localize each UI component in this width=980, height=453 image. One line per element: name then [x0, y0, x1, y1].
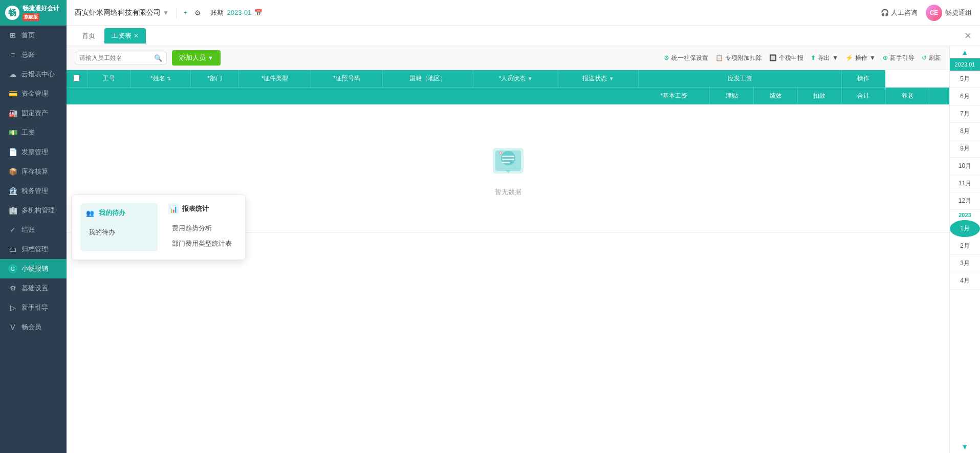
dropdown-popup: 👥 我的待办 我的待办 📊 报表统计 费用趋势分析 部门费用类型统计表	[72, 195, 246, 260]
todo-icon: 👥	[84, 207, 96, 219]
sidebar-item-close[interactable]: ✓ 结账	[0, 220, 67, 240]
sidebar-item-archive[interactable]: 🗃 归档管理	[0, 240, 67, 259]
month-8[interactable]: 8月	[950, 123, 980, 140]
tax-declare-btn[interactable]: 🔲 个税申报	[769, 54, 803, 62]
unified-social-btn[interactable]: ⚙ 统一社保设置	[664, 54, 708, 62]
sidebar-item-funds[interactable]: 💳 资金管理	[0, 84, 67, 103]
ledger-icon: ≡	[8, 51, 17, 59]
add-person-button[interactable]: 添加人员 ▼	[172, 50, 221, 66]
special-deduct-btn[interactable]: 📋 专项附加扣除	[715, 54, 762, 62]
year-2023-label: 2023	[950, 210, 980, 220]
company-name[interactable]: 西安虾米网络科技有限公司 ▼	[75, 8, 169, 17]
toolbar-actions: ⚙ 统一社保设置 📋 专项附加扣除 🔲 个税申报 ⬆ 导出 ▼	[664, 54, 941, 62]
sidebar-item-reports[interactable]: ☁ 云报表中心	[0, 64, 67, 84]
sidebar-item-label: 归档管理	[21, 245, 48, 254]
dropdown-arrow-icon: ▼	[208, 55, 213, 61]
company-dropdown-icon[interactable]: ▼	[163, 9, 169, 16]
status-filter-icon[interactable]: ▼	[528, 76, 533, 81]
sidebar-item-label: 首页	[21, 31, 35, 40]
th-emp-no: 工号	[87, 70, 131, 88]
sidebar-item-home[interactable]: ⊞ 首页	[0, 26, 67, 45]
headset-icon: 🎧	[881, 9, 889, 16]
tax-icon: 🏦	[8, 187, 17, 195]
th-deduct: 扣款	[797, 88, 841, 105]
tax-icon-tb: 🔲	[769, 54, 777, 61]
sidebar-item-ledger[interactable]: ≡ 总账	[0, 45, 67, 64]
app-logo: 畅 畅捷通好会计 旗舰版	[0, 0, 67, 26]
month-5[interactable]: 5月	[950, 71, 980, 88]
month-9[interactable]: 9月	[950, 140, 980, 158]
sidebar-item-tax[interactable]: 🏦 税务管理	[0, 181, 67, 201]
payroll-icon: 💵	[8, 128, 17, 137]
refresh-btn[interactable]: ↺ 刷新	[922, 54, 941, 62]
tab-close-icon[interactable]: ✕	[134, 32, 139, 39]
th-total: 合计	[841, 88, 885, 105]
select-all-checkbox[interactable]	[73, 75, 80, 81]
close-right-btn[interactable]: ✕	[964, 30, 972, 41]
sidebar-item-inventory[interactable]: 📦 库存核算	[0, 162, 67, 181]
operation-dropdown-icon: ▼	[869, 54, 876, 61]
th-checkbox[interactable]	[67, 70, 87, 88]
month-6[interactable]: 6月	[950, 88, 980, 105]
calendar-icon[interactable]: 📅	[254, 9, 263, 16]
sidebar-item-label: 总账	[21, 50, 35, 59]
empty-text: 暂无数据	[495, 187, 521, 197]
add-company-btn[interactable]: +	[184, 9, 188, 16]
search-wrap: 🔍	[75, 52, 167, 64]
month-2-2023[interactable]: 2月	[950, 238, 980, 255]
sidebar-item-multi[interactable]: 🏢 多机构管理	[0, 201, 67, 220]
month-7[interactable]: 7月	[950, 105, 980, 123]
panel-up-arrow[interactable]: ▲	[950, 46, 980, 58]
reports-icon: 📊	[168, 203, 179, 214]
sort-icon[interactable]: ⇅	[167, 76, 171, 81]
month-3-2023[interactable]: 3月	[950, 255, 980, 272]
th-op-spacer	[929, 88, 949, 105]
popup-item-expense-trend[interactable]: 费用趋势分析	[168, 221, 237, 236]
new-guide-icon: ⊕	[883, 54, 888, 61]
export-btn[interactable]: ⬆ 导出 ▼	[811, 54, 838, 62]
new-guide-btn[interactable]: ⊕ 新手引导	[883, 54, 914, 62]
sidebar-item-guide[interactable]: ▷ 新手引导	[0, 298, 67, 317]
popup-col2-title: 📊 报表统计	[168, 203, 237, 214]
popup-col1-title: 👥 我的待办	[84, 207, 154, 219]
popup-item-my-todo[interactable]: 我的待办	[84, 225, 154, 240]
month-11[interactable]: 11月	[950, 175, 980, 192]
right-panel: ▲ 2023.01 5月 6月 7月 8月 9月 10月 11月 12月 202…	[949, 46, 980, 453]
sidebar-item-label: 库存核算	[21, 167, 48, 176]
popup-item-dept-expense[interactable]: 部门费用类型统计表	[168, 236, 237, 251]
th-nationality: 国籍（地区）	[383, 70, 473, 88]
sidebar: 畅 畅捷通好会计 旗舰版 ⊞ 首页 ≡ 总账 ☁ 云报表中心 💳 资金管理 🏭 …	[0, 0, 67, 453]
sidebar-item-label: 发票管理	[21, 147, 48, 157]
sidebar-item-settings[interactable]: ⚙ 基础设置	[0, 278, 67, 298]
svg-rect-4	[502, 159, 514, 160]
sidebar-item-assets[interactable]: 🏭 固定资产	[0, 103, 67, 123]
th-report-status: 报送状态 ▼	[558, 70, 639, 88]
sidebar-item-label: 资金管理	[21, 89, 48, 98]
sidebar-item-xiaochang[interactable]: G 小畅报销	[0, 259, 67, 278]
th-cert-no: *证照号码	[311, 70, 382, 88]
month-4-2023[interactable]: 4月	[950, 272, 980, 290]
toolbar: 🔍 添加人员 ▼ ⚙ 统一社保设置 📋 专项附加扣除	[67, 46, 949, 70]
sidebar-item-payroll[interactable]: 💵 工资	[0, 123, 67, 142]
report-filter-icon[interactable]: ▼	[609, 76, 614, 81]
tab-home[interactable]: 首页	[75, 28, 102, 44]
month-1-2023[interactable]: 1月	[950, 220, 980, 238]
funds-icon: 💳	[8, 90, 17, 98]
sidebar-item-member[interactable]: V 畅会员	[0, 317, 67, 337]
logo-title: 畅捷通好会计	[23, 5, 59, 12]
sidebar-item-label: 云报表中心	[21, 70, 55, 79]
popup-col-todo: 👥 我的待办 我的待办	[80, 203, 158, 251]
multi-icon: 🏢	[8, 206, 17, 214]
panel-down-arrow[interactable]: ▼	[950, 441, 980, 453]
social-setting-icon: ⚙	[664, 54, 669, 61]
sidebar-item-invoice[interactable]: 📄 发票管理	[0, 142, 67, 162]
month-12[interactable]: 12月	[950, 192, 980, 210]
search-input[interactable]	[79, 54, 151, 61]
consult-btn[interactable]: 🎧 人工咨询	[881, 8, 918, 17]
month-10[interactable]: 10月	[950, 158, 980, 175]
user-info[interactable]: CE 畅捷通组	[926, 5, 972, 21]
tab-payroll-table[interactable]: 工资表 ✕	[104, 28, 146, 44]
top-header: 西安虾米网络科技有限公司 ▼ + ⚙ 账期 2023-01 📅 🎧 人工咨询 C…	[67, 0, 980, 26]
settings-btn[interactable]: ⚙	[194, 9, 201, 17]
operation-btn[interactable]: ⚡ 操作 ▼	[845, 54, 876, 62]
